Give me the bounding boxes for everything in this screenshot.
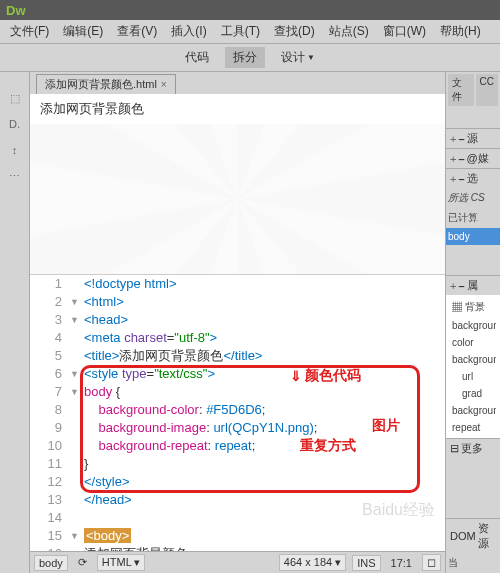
tool-icon[interactable]: D. xyxy=(5,118,25,136)
tool-icon[interactable]: ↕ xyxy=(5,144,25,162)
menu-window[interactable]: 窗口(W) xyxy=(377,21,432,42)
status-doctype[interactable]: HTML ▾ xyxy=(97,554,146,571)
panel-res[interactable]: 资源 xyxy=(478,521,496,551)
selector-item[interactable]: body xyxy=(446,228,500,245)
document-tabs: 添加网页背景颜色.html × xyxy=(30,72,445,94)
status-ins[interactable]: INS xyxy=(352,555,380,571)
menu-tools[interactable]: 工具(T) xyxy=(215,21,266,42)
view-toolbar: 代码 拆分 设计 ▼ xyxy=(0,44,500,72)
css-prop[interactable]: backgroun xyxy=(450,351,496,368)
titlebar: Dw xyxy=(0,0,500,20)
menu-edit[interactable]: 编辑(E) xyxy=(57,21,109,42)
more-toggle[interactable]: ⊟ 更多 xyxy=(446,438,500,458)
statusbar: body ⟳ HTML ▾ 464 x 184 ▾ INS 17:1 ◻ xyxy=(30,551,445,573)
tool-more-icon[interactable]: ⋯ xyxy=(5,170,25,188)
panel-tab-files[interactable]: 文件 xyxy=(448,74,474,106)
section-media[interactable]: @媒 xyxy=(467,151,489,166)
view-code-button[interactable]: 代码 xyxy=(177,47,217,68)
css-prop[interactable]: url xyxy=(450,368,496,385)
panel-current: 当 xyxy=(446,553,500,573)
right-panels: 文件 CC + – 源 + – @媒 + – 选 所选 CS 已计算 body … xyxy=(445,72,500,573)
css-prop[interactable]: grad xyxy=(450,385,496,402)
section-selectors[interactable]: 选 xyxy=(467,171,478,186)
document-tab[interactable]: 添加网页背景颜色.html × xyxy=(36,74,176,94)
tool-icon[interactable]: ⬚ xyxy=(5,92,25,110)
status-enc[interactable]: ◻ xyxy=(422,554,441,571)
status-size: 464 x 184 ▾ xyxy=(279,554,346,571)
section-props[interactable]: 属 xyxy=(467,278,478,293)
view-split-button[interactable]: 拆分 xyxy=(225,47,265,68)
panel-dom[interactable]: DOM xyxy=(450,530,476,542)
css-prop[interactable]: color xyxy=(450,334,496,351)
status-sync-icon[interactable]: ⟳ xyxy=(74,555,91,570)
menu-find[interactable]: 查找(D) xyxy=(268,21,321,42)
filter-hint: 所选 CS xyxy=(446,188,500,208)
computed-label[interactable]: 已计算 xyxy=(446,208,500,228)
line-number: 1 xyxy=(30,275,70,293)
menubar: 文件(F) 编辑(E) 查看(V) 插入(I) 工具(T) 查找(D) 站点(S… xyxy=(0,20,500,44)
status-path[interactable]: body xyxy=(34,555,68,571)
group-background[interactable]: ▦ 背景 xyxy=(450,297,496,317)
tab-label: 添加网页背景颜色.html xyxy=(45,77,157,92)
preview-background xyxy=(30,124,445,274)
design-preview[interactable]: 添加网页背景颜色 xyxy=(30,94,445,274)
left-toolbar: ⬚ D. ↕ ⋯ xyxy=(0,72,30,573)
css-prop[interactable]: backgroun xyxy=(450,402,496,419)
css-prop[interactable]: backgroun xyxy=(450,317,496,334)
status-pos: 17:1 xyxy=(387,556,416,570)
menu-insert[interactable]: 插入(I) xyxy=(165,21,212,42)
panel-tab-cc[interactable]: CC xyxy=(476,74,498,106)
section-sources[interactable]: 源 xyxy=(467,131,478,146)
menu-site[interactable]: 站点(S) xyxy=(323,21,375,42)
menu-view[interactable]: 查看(V) xyxy=(111,21,163,42)
view-design-button[interactable]: 设计 ▼ xyxy=(273,47,323,68)
tab-close-icon[interactable]: × xyxy=(161,79,167,90)
css-prop[interactable]: repeat xyxy=(450,419,496,436)
app-logo: Dw xyxy=(6,3,26,18)
code-editor[interactable]: 1<!doctype html> 2▼<html> 3▼<head> 4<met… xyxy=(30,274,445,551)
menu-file[interactable]: 文件(F) xyxy=(4,21,55,42)
preview-text: 添加网页背景颜色 xyxy=(30,94,445,124)
plus-icon[interactable]: + xyxy=(450,133,456,145)
menu-help[interactable]: 帮助(H) xyxy=(434,21,487,42)
